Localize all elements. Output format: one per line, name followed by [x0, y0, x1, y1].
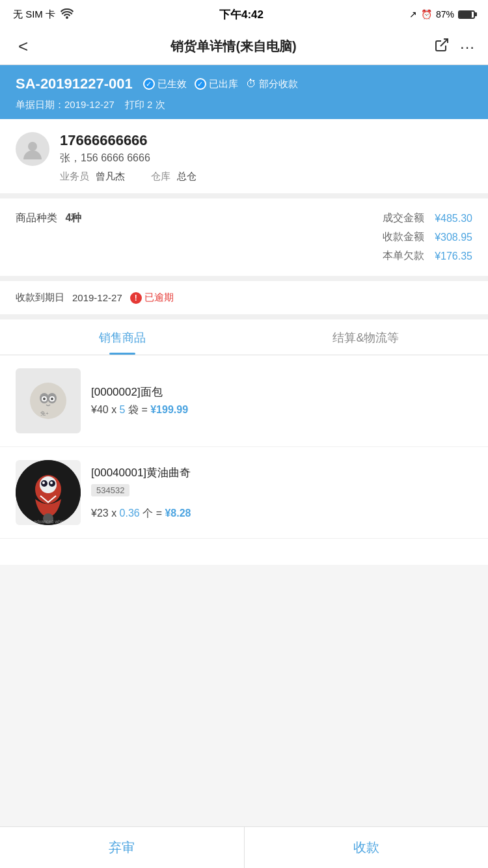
- nav-bar: < 销货单详情(来自电脑) ···: [0, 29, 488, 65]
- salesperson-name: 曾凡杰: [96, 170, 125, 182]
- customer-meta: 业务员 曾凡杰 仓库 总仓: [60, 170, 472, 183]
- carrier-text: 无 SIM 卡: [13, 8, 55, 21]
- svg-point-15: [42, 481, 45, 484]
- deal-amount: ¥485.30: [435, 213, 472, 224]
- svg-point-7: [43, 398, 46, 400]
- order-date-line: 单据日期：2019-12-27 打印 2 次: [16, 99, 472, 111]
- status-time: 下午4:42: [219, 7, 264, 22]
- svg-point-1: [28, 142, 37, 151]
- product-thumb-owl: advanced whale: [16, 460, 81, 525]
- product-list-bottom-space: [0, 539, 488, 565]
- product-price-2: ¥23 x 0.36 个 = ¥8.28: [91, 507, 472, 521]
- location-icon: ↗: [409, 9, 417, 20]
- owed-row: 本单欠款 ¥176.35: [383, 249, 472, 263]
- order-id: SA-20191227-001: [16, 75, 133, 92]
- owed-amount: ¥176.35: [435, 251, 472, 262]
- customer-id: 17666666666: [60, 132, 472, 149]
- salesperson-field: 业务员 曾凡杰: [60, 170, 125, 183]
- received-row: 收款金额 ¥308.95: [383, 230, 472, 244]
- overdue-badge: ! 已逾期: [130, 292, 174, 304]
- status-partial: ⏱ 部分收款: [246, 78, 298, 90]
- status-bar: 无 SIM 卡 下午4:42 ↗ ⏰ 87%: [0, 0, 488, 29]
- product-thumbnail-2: advanced whale: [16, 460, 81, 525]
- svg-text:advanced whale: advanced whale: [34, 519, 67, 524]
- due-date-label: 收款到期日: [16, 292, 64, 304]
- svg-line-0: [441, 39, 448, 46]
- due-date-section: 收款到期日 2019-12-27 ! 已逾期: [0, 281, 488, 319]
- avatar: [16, 132, 49, 166]
- wifi-icon: [61, 8, 74, 21]
- abandon-button[interactable]: 弃审: [0, 827, 245, 868]
- product-thumbnail-1: 兔+: [16, 368, 81, 433]
- svg-point-8: [51, 398, 53, 400]
- battery-icon: [458, 10, 475, 19]
- product-qty-2: 0.36: [120, 508, 140, 519]
- overdue-icon: !: [130, 292, 142, 304]
- product-info-1: [0000002]面包 ¥40 x 5 袋 = ¥199.99: [91, 385, 472, 417]
- customer-info: 17666666666 张，156 6666 6666 业务员 曾凡杰 仓库 总…: [60, 132, 472, 183]
- battery-percent: 87%: [436, 9, 454, 20]
- customer-section: 17666666666 张，156 6666 6666 业务员 曾凡杰 仓库 总…: [0, 119, 488, 198]
- svg-point-16: [50, 481, 53, 484]
- product-price-1: ¥40 x 5 袋 = ¥199.99: [91, 403, 472, 417]
- category-count: 4种: [65, 212, 81, 223]
- tabs-section: 销售商品 结算&物流等: [0, 319, 488, 355]
- product-qty-1: 5: [120, 404, 126, 415]
- collect-button[interactable]: 收款: [245, 827, 489, 868]
- share-button[interactable]: [434, 37, 450, 57]
- check-icon-2: ✓: [195, 78, 206, 90]
- status-left: 无 SIM 卡: [13, 8, 74, 21]
- thumb-placeholder-1: 兔+: [16, 368, 81, 433]
- product-total-1: ¥199.99: [150, 404, 188, 415]
- status-right: ↗ ⏰ 87%: [409, 9, 475, 20]
- more-button[interactable]: ···: [460, 38, 475, 56]
- clock-icon: ⏱: [246, 78, 256, 90]
- status-shipped: ✓ 已出库: [195, 78, 238, 90]
- summary-section: 商品种类 4种 成交金额 ¥485.30 收款金额 ¥308.95 本单欠款 ¥…: [0, 198, 488, 281]
- svg-text:兔+: 兔+: [40, 411, 49, 416]
- product-sku-wrapper: 534532: [91, 484, 472, 502]
- product-info-2: [00040001]黄油曲奇 534532 ¥23 x 0.36 个 = ¥8.…: [91, 465, 472, 521]
- status-badges: ✓ 已生效 ✓ 已出库 ⏱ 部分收款: [143, 78, 298, 90]
- overdue-text: 已逾期: [144, 292, 174, 304]
- tab-settlement-logistics[interactable]: 结算&物流等: [244, 319, 488, 355]
- back-button[interactable]: <: [13, 31, 33, 62]
- product-item-2: advanced whale [00040001]黄油曲奇 534532 ¥23…: [0, 447, 488, 539]
- alarm-icon: ⏰: [421, 9, 432, 20]
- order-header-banner: SA-20191227-001 ✓ 已生效 ✓ 已出库 ⏱ 部分收款 单据日期：…: [0, 65, 488, 119]
- status-effected: ✓ 已生效: [143, 78, 187, 90]
- product-name-1: [0000002]面包: [91, 385, 472, 400]
- product-sku-2: 534532: [91, 484, 129, 496]
- warehouse-field: 仓库 总仓: [151, 170, 197, 183]
- product-list: 兔+ [0000002]面包 ¥40 x 5 袋 = ¥199.99: [0, 355, 488, 565]
- category-field: 商品种类 4种: [16, 211, 81, 225]
- page-title: 销货单详情(来自电脑): [170, 38, 296, 55]
- customer-name-phone: 张，156 6666 6666: [60, 152, 472, 165]
- tab-sales-products[interactable]: 销售商品: [0, 319, 244, 355]
- due-date-value: 2019-12-27: [72, 292, 122, 303]
- check-icon-1: ✓: [143, 78, 155, 90]
- amount-fields: 成交金额 ¥485.30 收款金额 ¥308.95 本单欠款 ¥176.35: [383, 211, 472, 263]
- received-amount: ¥308.95: [435, 232, 472, 243]
- product-item: 兔+ [0000002]面包 ¥40 x 5 袋 = ¥199.99: [0, 355, 488, 447]
- bottom-bar: 弃审 收款: [0, 826, 488, 868]
- product-name-2: [00040001]黄油曲奇: [91, 465, 472, 480]
- product-total-2: ¥8.28: [165, 508, 191, 519]
- nav-actions: ···: [434, 37, 475, 57]
- warehouse-name: 总仓: [177, 170, 197, 182]
- deal-amount-row: 成交金额 ¥485.30: [383, 211, 472, 225]
